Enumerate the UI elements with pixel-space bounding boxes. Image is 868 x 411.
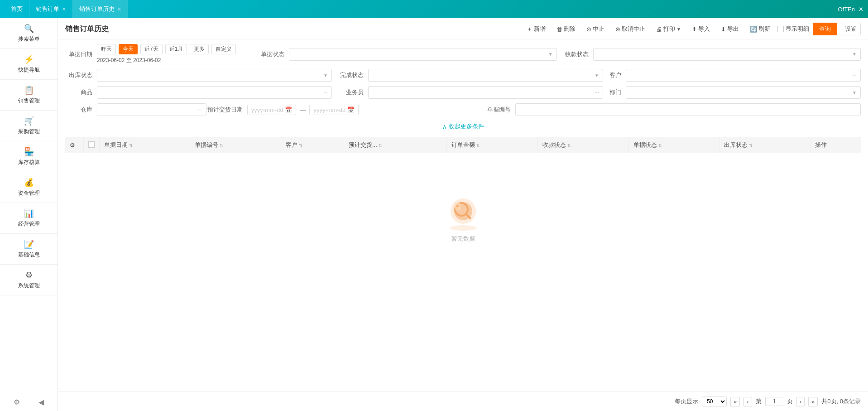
table-settings-icon[interactable]: ⚙	[70, 142, 75, 149]
th-bill-no[interactable]: 单据编号 ⇅	[190, 137, 281, 153]
sidebar-item-inventory[interactable]: 🏪 库存核算	[0, 141, 58, 172]
sort-receipt-status[interactable]: 收款状态 ⇅	[542, 141, 624, 149]
stock-out-field[interactable]: ▼	[97, 69, 332, 82]
expected-date-end[interactable]: yyyy-mm-dd 📅	[309, 105, 359, 115]
first-page-button[interactable]: «	[730, 397, 740, 406]
warehouse-field[interactable]: ···	[97, 103, 206, 116]
th-checkbox[interactable]	[83, 137, 99, 153]
prev-page-button[interactable]: ‹	[743, 397, 752, 406]
sort-bill-no[interactable]: 单据编号 ⇅	[195, 141, 276, 149]
sort-expected-delivery[interactable]: 预计交货... ⇅	[349, 141, 442, 149]
refresh-button[interactable]: 🔄 刷新	[746, 23, 774, 35]
salesperson-dots-icon: ···	[595, 89, 599, 96]
dept-field[interactable]: ▼	[626, 86, 861, 99]
th-receipt-status[interactable]: 收款状态 ⇅	[537, 137, 628, 153]
next-page-button[interactable]: ›	[796, 397, 805, 406]
date-btn-custom[interactable]: 自定义	[211, 44, 236, 54]
collapse-label: 收起更多条件	[449, 122, 484, 131]
dept-chevron-icon: ▼	[852, 90, 857, 95]
th-bill-status[interactable]: 单据状态 ⇅	[628, 137, 719, 153]
sidebar-item-purchase-mgmt-label: 采购管理	[18, 128, 40, 135]
bill-status-chevron-icon: ▼	[548, 52, 553, 57]
delete-button[interactable]: 🗑 删除	[553, 23, 579, 35]
calendar-start-icon: 📅	[285, 106, 292, 113]
goods-dots-icon: ···	[323, 89, 328, 96]
th-settings[interactable]: ⚙	[65, 137, 83, 153]
last-page-button[interactable]: »	[808, 397, 818, 406]
per-page-select[interactable]: 50 20 100	[702, 396, 727, 406]
complete-status-label: 完成状态	[332, 71, 368, 79]
th-customer[interactable]: 客户 ⇅	[281, 137, 344, 153]
sidebar-item-capital-mgmt-label: 资金管理	[18, 189, 40, 197]
tab-sales-order-history-close[interactable]: ✕	[117, 6, 121, 12]
empty-state-row: 暂无数据	[65, 153, 861, 280]
bill-no-field[interactable]	[515, 103, 861, 116]
sidebar-item-capital-mgmt[interactable]: 💰 资金管理	[0, 172, 58, 203]
sidebar-item-basic-info[interactable]: 📝 基础信息	[0, 234, 58, 265]
import-button[interactable]: ⬆ 导入	[688, 23, 714, 35]
display-detail-checkbox[interactable]	[777, 26, 784, 32]
goods-field[interactable]: ···	[97, 86, 332, 99]
tab-sales-order-close[interactable]: ✕	[62, 6, 66, 12]
bill-status-label: 单据状态	[253, 50, 289, 58]
th-bill-status-label: 单据状态	[633, 141, 657, 149]
date-btn-yesterday[interactable]: 昨天	[97, 44, 116, 54]
sidebar-item-operations[interactable]: 📊 经营管理	[0, 203, 58, 234]
tab-sales-order[interactable]: 销售订单 ✕	[29, 0, 73, 18]
display-detail-toggle[interactable]: 显示明细	[777, 25, 809, 33]
print-button[interactable]: 🖨 打印 ▼	[652, 23, 685, 35]
sidebar-item-system-mgmt[interactable]: ⚙ 系统管理	[0, 265, 58, 295]
new-button[interactable]: ＋ 新增	[523, 23, 549, 35]
date-start-placeholder: yyyy-mm-dd	[251, 106, 283, 113]
th-date[interactable]: 单据日期 ⇅	[99, 137, 190, 153]
collapse-row[interactable]: ∧ 收起更多条件	[65, 121, 861, 132]
date-btn-today[interactable]: 今天	[119, 44, 138, 54]
customer-field[interactable]: ···	[626, 69, 861, 82]
capital-mgmt-icon: 💰	[24, 178, 34, 188]
cancel-stop-button[interactable]: ⊗ 取消中止	[612, 23, 649, 35]
tab-sales-order-label: 销售订单	[36, 5, 59, 13]
settings-button[interactable]: 设置	[841, 23, 861, 35]
main-layout: 🔍 搜索菜单 ⚡ 快捷导航 📋 销售管理 🛒 采购管理 🏪 库存核算 💰 资金管…	[0, 18, 868, 411]
system-mgmt-icon: ⚙	[25, 270, 33, 280]
date-btn-last7[interactable]: 近7天	[140, 44, 163, 54]
complete-status-field[interactable]: ▼	[368, 69, 603, 82]
topbar-close-icon[interactable]: ✕	[858, 6, 863, 13]
sidebar-item-purchase-mgmt[interactable]: 🛒 采购管理	[0, 111, 58, 141]
th-expected-delivery[interactable]: 预计交货... ⇅	[344, 137, 446, 153]
sort-date[interactable]: 单据日期 ⇅	[104, 141, 186, 149]
often-label: OfTEn	[838, 6, 855, 13]
sidebar-item-quick-nav[interactable]: ⚡ 快捷导航	[0, 49, 58, 80]
th-stock-out-status[interactable]: 出库状态 ⇅	[719, 137, 810, 153]
sort-order-amount[interactable]: 订单金额 ⇅	[451, 141, 533, 149]
bill-no-label: 单据编号	[484, 106, 515, 114]
date-btn-more[interactable]: 更多	[190, 44, 209, 54]
collapse-up-icon: ∧	[442, 123, 447, 130]
new-label: 新增	[534, 25, 546, 33]
select-all-checkbox[interactable]	[88, 141, 95, 148]
sidebar-item-quick-nav-label: 快捷导航	[18, 66, 40, 74]
table-container: ⚙ 单据日期 ⇅ 单据编号	[58, 137, 868, 392]
page-input[interactable]	[765, 397, 783, 406]
salesperson-field[interactable]: ···	[368, 86, 603, 99]
bill-status-field[interactable]: ▼	[289, 48, 556, 61]
stop-button[interactable]: ⊘ 中止	[583, 23, 608, 35]
th-order-amount[interactable]: 订单金额 ⇅	[446, 137, 537, 153]
sort-stock-out-status[interactable]: 出库状态 ⇅	[724, 141, 806, 149]
cancel-stop-icon: ⊗	[615, 26, 620, 33]
sort-bill-status[interactable]: 单据状态 ⇅	[633, 141, 715, 149]
tab-sales-order-history[interactable]: 销售订单历史 ✕	[73, 0, 128, 18]
sidebar-item-sales-mgmt[interactable]: 📋 销售管理	[0, 80, 58, 111]
sidebar-settings-icon[interactable]: ⚙	[14, 398, 20, 406]
date-btn-last1m[interactable]: 近1月	[165, 44, 187, 54]
purchase-mgmt-icon: 🛒	[24, 116, 34, 126]
sidebar-collapse-icon[interactable]: ◀	[38, 398, 44, 406]
sidebar-item-search-menu[interactable]: 🔍 搜索菜单	[0, 18, 58, 49]
export-button[interactable]: ⬇ 导出	[717, 23, 743, 35]
query-button[interactable]: 查询	[813, 23, 837, 35]
tab-home[interactable]: 首页	[5, 0, 29, 18]
expected-date-start[interactable]: yyyy-mm-dd 📅	[247, 105, 297, 115]
first-page-icon: «	[734, 398, 737, 405]
receipt-status-field[interactable]: ▼	[593, 48, 861, 61]
sort-customer[interactable]: 客户 ⇅	[286, 141, 339, 149]
